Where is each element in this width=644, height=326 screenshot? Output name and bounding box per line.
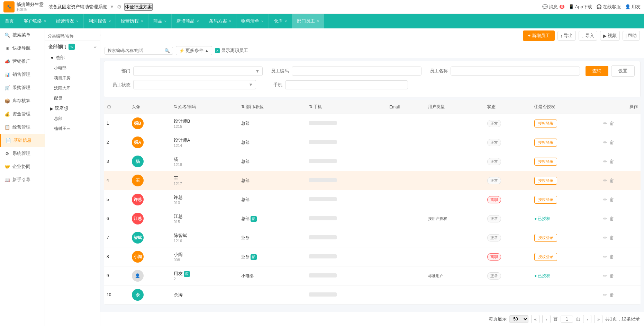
message-button[interactable]: 💬 消息 6 bbox=[542, 4, 564, 10]
nav-tab[interactable]: 仓库× bbox=[269, 14, 292, 28]
sidebar-item-库存核算[interactable]: 📦库存核算 bbox=[0, 94, 45, 107]
system-dropdown-icon[interactable]: ▼ bbox=[110, 4, 114, 9]
tab-close-icon[interactable]: × bbox=[76, 19, 78, 23]
dept-item-child[interactable]: 配货 bbox=[47, 93, 98, 103]
collapse-button[interactable]: « bbox=[94, 44, 97, 50]
set-button[interactable]: 设置 bbox=[611, 65, 635, 77]
edit-icon[interactable]: ✏ bbox=[603, 140, 607, 145]
phone-input[interactable] bbox=[285, 80, 408, 89]
edit-icon[interactable]: ✏ bbox=[603, 178, 607, 183]
nav-tab[interactable]: 利润报告× bbox=[84, 14, 116, 28]
gear-icon[interactable]: ⚙ bbox=[117, 4, 121, 10]
edit-icon[interactable]: ✏ bbox=[603, 197, 607, 202]
nav-tab[interactable]: 新增商品× bbox=[172, 14, 204, 28]
export-button[interactable]: ↑ 导出 bbox=[557, 31, 576, 41]
page-number-input[interactable] bbox=[561, 316, 573, 323]
last-page-button[interactable]: » bbox=[594, 315, 602, 323]
delete-icon[interactable]: 🗑 bbox=[609, 292, 614, 298]
sidebar-item-新手引导[interactable]: 📖新手引导 bbox=[0, 173, 45, 186]
emp-name-input[interactable] bbox=[451, 67, 580, 76]
prev-page-button[interactable]: ‹ bbox=[542, 315, 551, 323]
tab-close-icon[interactable]: × bbox=[261, 19, 263, 23]
add-employee-button[interactable]: + 新增员工 bbox=[523, 30, 554, 41]
auth-button[interactable]: 授权登录 bbox=[534, 120, 557, 127]
edit-icon[interactable]: ✏ bbox=[603, 121, 607, 126]
dept-item-child[interactable]: 沈阳大库 bbox=[47, 83, 98, 93]
dept-item-child[interactable]: 楠树王三 bbox=[47, 124, 98, 134]
col-phone[interactable]: ⇅ 手机 bbox=[306, 100, 387, 114]
page-size-select[interactable]: 50 100 bbox=[509, 315, 528, 323]
edit-icon[interactable]: ✏ bbox=[603, 159, 607, 164]
auth-button[interactable]: 授权登录 bbox=[534, 139, 557, 147]
sidebar-item-资金管理[interactable]: 💰资金管理 bbox=[0, 107, 45, 121]
nav-tab[interactable]: 首页 bbox=[0, 14, 19, 28]
dept-select[interactable]: ▼ bbox=[133, 67, 263, 76]
search-input[interactable] bbox=[108, 48, 163, 53]
delete-icon[interactable]: 🗑 bbox=[609, 273, 614, 279]
query-button[interactable]: 查询 bbox=[586, 66, 608, 76]
sidebar-item-采购管理[interactable]: 🛒采购管理 bbox=[0, 81, 45, 94]
delete-icon[interactable]: 🗑 bbox=[609, 140, 614, 145]
online-service-button[interactable]: 🎧 在线客服 bbox=[596, 4, 621, 10]
delete-icon[interactable]: 🗑 bbox=[609, 178, 614, 183]
dept-search-input[interactable] bbox=[48, 34, 100, 38]
auth-button[interactable]: 授权登录 bbox=[534, 253, 557, 261]
delete-icon[interactable]: 🗑 bbox=[609, 216, 614, 221]
next-page-button[interactable]: › bbox=[583, 315, 591, 323]
nav-tab[interactable]: 条码方案× bbox=[204, 14, 236, 28]
delete-icon[interactable]: 🗑 bbox=[609, 254, 614, 259]
nav-tab[interactable]: 商品× bbox=[148, 14, 172, 28]
auth-button[interactable]: 授权登录 bbox=[534, 158, 557, 166]
sidebar-item-营销推广[interactable]: 📣营销推广 bbox=[0, 55, 45, 68]
show-resigned-toggle[interactable]: ✓ 显示离职员工 bbox=[215, 47, 248, 54]
col-name[interactable]: ⇅ 姓名/编码 bbox=[171, 100, 238, 114]
user-menu-button[interactable]: 👤 用友 bbox=[625, 4, 641, 10]
view-button[interactable]: ▶ 视频 bbox=[600, 31, 620, 41]
help-button[interactable]: | 帮助 bbox=[623, 31, 640, 41]
tab-close-icon[interactable]: × bbox=[229, 19, 231, 23]
delete-icon[interactable]: 🗑 bbox=[609, 159, 614, 164]
dept-edit-icon[interactable]: ✎ bbox=[69, 44, 75, 50]
tab-close-icon[interactable]: × bbox=[317, 19, 319, 23]
import-button[interactable]: ↓ 导入 bbox=[579, 31, 597, 41]
edit-icon[interactable]: ✏ bbox=[603, 235, 607, 240]
delete-icon[interactable]: 🗑 bbox=[609, 197, 614, 202]
auth-button[interactable]: 授权登录 bbox=[534, 234, 557, 242]
dept-item-parent[interactable]: ▼ 总部 bbox=[47, 53, 98, 63]
dept-item-child[interactable]: 项目库房 bbox=[47, 73, 98, 83]
tab-close-icon[interactable]: × bbox=[197, 19, 199, 23]
auth-button[interactable]: 授权登录 bbox=[534, 177, 557, 185]
dept-item-child[interactable]: 小电部 bbox=[47, 63, 98, 73]
tab-close-icon[interactable]: × bbox=[44, 19, 46, 23]
more-conditions-button[interactable]: ⚡ 更多条件 ▲ bbox=[176, 46, 212, 55]
tab-close-icon[interactable]: × bbox=[285, 19, 287, 23]
emp-status-select[interactable]: ▼ bbox=[133, 80, 256, 89]
trial-button[interactable]: 体验行业方案 bbox=[124, 3, 153, 11]
sidebar-item-基础信息[interactable]: 📄基础信息 bbox=[0, 134, 45, 147]
nav-tab[interactable]: 物料清单× bbox=[236, 14, 269, 28]
app-download-button[interactable]: 📱 App下载 bbox=[569, 4, 592, 10]
edit-icon[interactable]: ✏ bbox=[603, 216, 607, 221]
dept-item-child[interactable]: 总部 bbox=[47, 114, 98, 124]
auth-button[interactable]: 授权登录 bbox=[534, 196, 557, 204]
sidebar-item-搜索菜单[interactable]: 🔍搜索菜单 bbox=[0, 28, 45, 42]
col-dept[interactable]: ⇅ 部门/职位 bbox=[238, 100, 306, 114]
edit-icon[interactable]: ✏ bbox=[603, 292, 607, 298]
sidebar-item-快捷导航[interactable]: ⊞快捷导航 bbox=[0, 42, 45, 55]
nav-tab[interactable]: 客户联络× bbox=[19, 14, 51, 28]
nav-tab[interactable]: 部门员工× bbox=[292, 14, 324, 28]
emp-code-input[interactable] bbox=[292, 67, 421, 76]
delete-icon[interactable]: 🗑 bbox=[609, 235, 614, 240]
first-page-button[interactable]: « bbox=[531, 315, 539, 323]
nav-tab[interactable]: 经营情况× bbox=[51, 14, 83, 28]
sidebar-item-销售管理[interactable]: 📊销售管理 bbox=[0, 68, 45, 81]
edit-icon[interactable]: ✏ bbox=[603, 273, 607, 279]
tab-close-icon[interactable]: × bbox=[141, 19, 143, 23]
delete-icon[interactable]: 🗑 bbox=[609, 121, 614, 126]
sidebar-item-企业协同[interactable]: 🤝企业协同 bbox=[0, 160, 45, 173]
all-dept-label[interactable]: 全部部门 bbox=[48, 44, 66, 50]
dept-item-parent2[interactable]: ▶ 双座想 bbox=[47, 103, 98, 114]
tab-close-icon[interactable]: × bbox=[109, 19, 111, 23]
edit-icon[interactable]: ✏ bbox=[603, 254, 607, 259]
sidebar-item-系统管理[interactable]: ⚙系统管理 bbox=[0, 147, 45, 160]
